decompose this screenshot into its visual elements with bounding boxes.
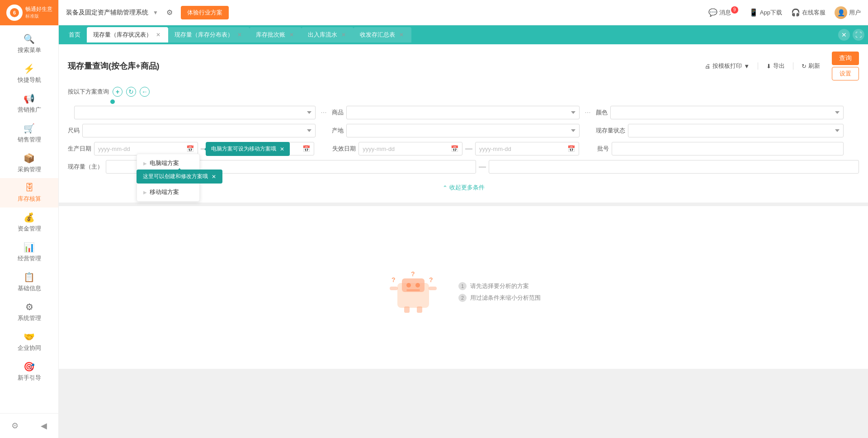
action-divider-1 bbox=[758, 62, 758, 70]
sales-icon: 🛒 bbox=[24, 123, 35, 134]
sidebar-item-search[interactable]: 🔍 搜索菜单 bbox=[0, 29, 58, 59]
tab-batch-account[interactable]: 库存批次账 ✕ bbox=[250, 27, 302, 42]
collapse-button[interactable]: ⌃ 收起更多条件 bbox=[443, 184, 485, 192]
tooltip-create-scheme: 这里可以创建和修改方案哦 ✕ bbox=[137, 170, 222, 184]
svg-rect-9 bbox=[390, 287, 398, 290]
color-label: 颜色 bbox=[596, 108, 608, 117]
sidebar-item-finance[interactable]: 💰 资金管理 bbox=[0, 207, 58, 237]
industry-button[interactable]: 体验行业方案 bbox=[181, 6, 229, 19]
tab-inout-flow-close[interactable]: ✕ bbox=[340, 31, 347, 38]
tab-batch-account-close[interactable]: ✕ bbox=[288, 31, 295, 38]
refresh-button[interactable]: ↻ 刷新 bbox=[798, 60, 824, 72]
tab-summary-close[interactable]: ✕ bbox=[398, 31, 405, 38]
color-select[interactable] bbox=[610, 106, 844, 119]
query-button[interactable]: 查询 bbox=[832, 52, 859, 65]
sidebar-item-basic-info-label: 基础信息 bbox=[18, 284, 41, 292]
warehouse-dots[interactable]: ··· bbox=[318, 108, 329, 117]
scheme-desktop[interactable]: ▶ 电脑端方案 bbox=[137, 156, 199, 170]
origin-select[interactable] bbox=[346, 124, 580, 137]
tab-inventory-dist-close[interactable]: ✕ bbox=[236, 31, 243, 38]
scheme-mobile[interactable]: ▶ 移动端方案 bbox=[137, 185, 199, 199]
user-action[interactable]: 👤 用户 bbox=[835, 6, 861, 19]
sidebar-item-marketing[interactable]: 📢 营销推广 bbox=[0, 89, 58, 118]
online-support-action[interactable]: 🎧 在线客服 bbox=[791, 8, 826, 17]
sidebar-item-system[interactable]: ⚙ 系统管理 bbox=[0, 297, 58, 327]
stock-status-select[interactable] bbox=[628, 124, 844, 137]
tab-inventory-dist[interactable]: 现存量（库存分布表） ✕ bbox=[168, 27, 250, 42]
stock-qty-sep: — bbox=[479, 163, 486, 171]
print-button[interactable]: 🖨 按模板打印 ▼ bbox=[701, 60, 753, 72]
tooltip1-close[interactable]: ✕ bbox=[280, 146, 284, 152]
calendar-icon-prod-end: 📅 bbox=[302, 145, 310, 152]
expiry-date-end[interactable]: yyyy-mm-dd 📅 bbox=[475, 142, 579, 155]
page-title-row: 现存量查询(按仓库+商品) 🖨 按模板打印 ▼ ⬇ 导出 ↻ bbox=[68, 52, 859, 80]
online-support-label: 在线客服 bbox=[802, 9, 826, 17]
filter-field-color: 颜色 bbox=[596, 106, 844, 119]
export-button[interactable]: ⬇ 导出 bbox=[763, 60, 788, 72]
sidebar-item-operations[interactable]: 📊 经营管理 bbox=[0, 237, 58, 267]
sidebar-item-guide[interactable]: 🎯 新手引导 bbox=[0, 357, 58, 386]
tooltip2-close[interactable]: ✕ bbox=[212, 174, 216, 180]
sidebar-item-purchase[interactable]: 📦 采购管理 bbox=[0, 148, 58, 178]
filter-refresh-button[interactable]: ↻ bbox=[126, 87, 136, 97]
tooltip1-text: 电脑方案可设为移动方案哦 bbox=[211, 145, 276, 153]
tab-inventory-status-close[interactable]: ✕ bbox=[155, 31, 162, 38]
empty-illustration: ? ? ? bbox=[386, 269, 440, 315]
sidebar-item-basic-info[interactable]: 📋 基础信息 bbox=[0, 267, 58, 297]
filter-field-origin: 产地 bbox=[332, 124, 580, 137]
settings-bottom-btn[interactable]: ⚙ bbox=[9, 418, 21, 433]
sidebar-item-cooperation[interactable]: 🤝 企业协同 bbox=[0, 327, 58, 357]
system-icon: ⚙ bbox=[25, 301, 33, 312]
sidebar-item-system-label: 系统管理 bbox=[18, 314, 41, 322]
empty-step-1: 1 请先选择要分析的方案 bbox=[458, 282, 529, 290]
tab-batch-account-label: 库存批次账 bbox=[256, 31, 285, 39]
page-actions: 🖨 按模板打印 ▼ ⬇ 导出 ↻ 刷新 查询 bbox=[701, 52, 859, 80]
header-right: 💬 消息 9 📱 App下载 🎧 在线客服 👤 用户 bbox=[708, 6, 861, 19]
print-arrow: ▼ bbox=[744, 63, 750, 70]
empty-text: 1 请先选择要分析的方案 2 用过滤条件来缩小分析范围 bbox=[458, 282, 541, 302]
size-select[interactable] bbox=[82, 124, 316, 137]
date-range-sep-2: — bbox=[465, 145, 472, 153]
tab-close-all-btn[interactable]: ✕ bbox=[838, 29, 850, 41]
sidebar-item-navigation[interactable]: ⚡ 快捷导航 bbox=[0, 59, 58, 89]
download-icon: 📱 bbox=[749, 8, 758, 17]
user-avatar: 👤 bbox=[835, 6, 847, 19]
expiry-date-start[interactable]: yyyy-mm-dd 📅 bbox=[359, 142, 462, 155]
app-download-label: App下载 bbox=[760, 9, 782, 17]
tab-home[interactable]: 首页 bbox=[62, 27, 87, 42]
sidebar-nav: 🔍 搜索菜单 ⚡ 快捷导航 📢 营销推广 🛒 销售管理 📦 采购管理 🗄 库存核… bbox=[0, 25, 58, 413]
stock-qty-max[interactable] bbox=[489, 160, 859, 174]
expiry-date-end-placeholder: yyyy-mm-dd bbox=[479, 146, 511, 152]
sidebar-bottom: ⚙ ◀ bbox=[0, 413, 58, 438]
tab-inventory-status[interactable]: 现存量（库存状况表） ✕ bbox=[87, 27, 168, 42]
support-icon: 🎧 bbox=[791, 8, 800, 17]
filter-field-stock-status: 现存量状态 bbox=[596, 124, 844, 137]
gear-button[interactable]: ⚙ bbox=[163, 6, 176, 19]
batch-input[interactable] bbox=[612, 142, 844, 155]
filter-add-button[interactable]: + bbox=[113, 87, 123, 97]
goods-dots[interactable]: ··· bbox=[582, 108, 593, 117]
filter-field-size: 尺码 bbox=[68, 124, 316, 137]
settings-button[interactable]: 设置 bbox=[832, 67, 859, 80]
app-download-action[interactable]: 📱 App下载 bbox=[749, 8, 782, 17]
origin-label: 产地 bbox=[332, 127, 344, 135]
warehouse-select[interactable] bbox=[74, 106, 316, 119]
collapse-up-icon: ⌃ bbox=[443, 184, 448, 191]
goods-select[interactable] bbox=[346, 106, 580, 119]
tab-summary[interactable]: 收发存汇总表 ✕ bbox=[354, 27, 411, 42]
tab-inout-flow[interactable]: 出入库流水 ✕ bbox=[302, 27, 354, 42]
mobile-arrow-icon: ▶ bbox=[143, 190, 147, 195]
filter-arrow-button[interactable]: ← bbox=[140, 87, 150, 97]
system-title: 装备及固定资产辅助管理系统 bbox=[66, 9, 148, 17]
collapse-sidebar-btn[interactable]: ◀ bbox=[38, 418, 50, 433]
sidebar-item-inventory[interactable]: 🗄 库存核算 bbox=[0, 178, 58, 207]
notification-action[interactable]: 💬 消息 9 bbox=[708, 8, 740, 17]
filter-field-goods: 商品 bbox=[332, 106, 580, 119]
dot-indicator bbox=[110, 99, 115, 104]
svg-text:6: 6 bbox=[13, 10, 15, 15]
user-avatar-image: 👤 bbox=[835, 6, 847, 19]
sidebar-item-sales[interactable]: 🛒 销售管理 bbox=[0, 118, 58, 148]
tab-fullscreen-btn[interactable]: ⛶ bbox=[853, 29, 864, 41]
filter-area: 按以下方案查询 + ↻ ← ▶ 电脑端方案 按照品 bbox=[68, 87, 859, 195]
tab-bar-actions: ✕ ⛶ bbox=[838, 29, 864, 41]
